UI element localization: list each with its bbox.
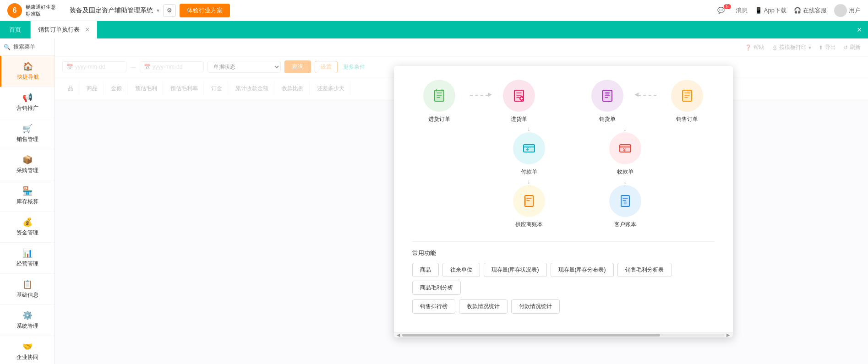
customer-ledger-icon xyxy=(609,185,641,217)
cf-btn-product[interactable]: 商品 xyxy=(412,263,439,277)
content-area: ❓ 帮助 🖨 按模板打印 ▾ ⬆ 导出 ↺ 刷新 📅 yyyy-mm-dd xyxy=(55,38,868,364)
message-icon: 💬 xyxy=(717,7,725,14)
cf-btn-payment-stats[interactable]: 付款情况统计 xyxy=(511,299,560,314)
flow-row-1: 进货订单 进货单 xyxy=(412,80,715,123)
cf-btn-product-margin[interactable]: 商品毛利分析 xyxy=(412,281,461,295)
tab-close-all-button[interactable]: × xyxy=(851,21,868,38)
flow-row-2: ¥ 付款单 ¥ 收款单 xyxy=(412,132,715,176)
cf-buttons-row-1: 商品 往来单位 现存量(库存状况表) 现存量(库存分布表) 销售毛利分析表 商品… xyxy=(412,263,715,295)
sidebar-item-quick-nav[interactable]: 🏠 快捷导航 xyxy=(0,56,55,87)
payment-slip-icon: ¥ xyxy=(513,132,545,164)
cf-btn-receipt-stats[interactable]: 收款情况统计 xyxy=(459,299,508,314)
try-solution-button[interactable]: 体验行业方案 xyxy=(180,4,230,17)
svg-point-23 xyxy=(624,201,627,204)
logo-text: 畅康通好生意 标准版 xyxy=(26,4,56,17)
scroll-left-icon[interactable]: ◀ xyxy=(395,332,402,337)
online-service-button[interactable]: 🎧 在线客服 xyxy=(794,6,827,15)
tab-bar: 首页 销售订单执行表 × × xyxy=(0,21,868,38)
common-functions: 常用功能 商品 往来单位 现存量(库存状况表) 现存量(库存分布表) 销售毛利分… xyxy=(412,241,715,314)
sidebar-item-basic[interactable]: 📋 基础信息 xyxy=(0,274,55,305)
supplier-ledger-icon xyxy=(513,185,545,217)
marketing-icon: 📢 xyxy=(22,92,33,103)
inventory-icon: 🏪 xyxy=(22,186,33,196)
quick-nav-modal: 进货订单 进货单 xyxy=(394,66,733,337)
system-title-area: 装备及固定资产辅助管理系统 ▾ ⚙ 体验行业方案 xyxy=(62,4,717,17)
flow-diagram: 进货订单 进货单 xyxy=(412,80,715,230)
flow-row-3: 供应商账本 客户账本 xyxy=(412,185,715,228)
logo-icon: 6 xyxy=(7,3,22,18)
header-right: 💬 5 消息 📱 App下载 🎧 在线客服 用户 xyxy=(717,4,861,17)
sidebar-item-system[interactable]: ⚙️ 系统管理 xyxy=(0,305,55,336)
cf-btn-counterparty[interactable]: 往来单位 xyxy=(442,263,480,277)
sidebar-item-marketing[interactable]: 📢 营销推广 xyxy=(0,87,55,118)
flow-node-purchase-order[interactable]: 进货订单 xyxy=(412,80,467,123)
scroll-right-icon[interactable]: ▶ xyxy=(725,332,732,337)
system-icon: ⚙️ xyxy=(22,310,33,321)
sidebar-item-operation[interactable]: 📊 经营管理 xyxy=(0,243,55,274)
search-menu-button[interactable]: 🔍 搜索菜单 xyxy=(0,38,55,56)
flow-arrows-row-2: ↓ ↓ xyxy=(412,178,715,185)
tab-current[interactable]: 销售订单执行表 × xyxy=(31,21,97,38)
enterprise-icon: 🤝 xyxy=(22,342,33,352)
tab-close-icon[interactable]: × xyxy=(85,26,89,34)
scrollbar-thumb xyxy=(402,334,660,337)
cf-btn-sales-margin[interactable]: 销售毛利分析表 xyxy=(617,263,671,277)
main-layout: 🔍 搜索菜单 🏠 快捷导航 📢 营销推广 🛒 销售管理 📦 采购管理 🏪 库存核… xyxy=(0,38,868,364)
sale-order-icon xyxy=(671,80,703,112)
sidebar-item-enterprise[interactable]: 🤝 企业协同 xyxy=(0,336,55,364)
svg-rect-7 xyxy=(606,92,609,95)
arrow-down-sale-slip: ↓ xyxy=(595,125,655,132)
sale-slip-icon xyxy=(591,80,623,112)
cf-btn-sales-ranking[interactable]: 销售排行榜 xyxy=(412,299,455,314)
flow-node-sale-order[interactable]: 销售订单 xyxy=(660,80,714,123)
logo-area: 6 畅康通好生意 标准版 xyxy=(7,3,62,18)
gear-button[interactable]: ⚙ xyxy=(163,4,176,17)
tab-home[interactable]: 首页 xyxy=(0,21,31,38)
flow-node-payment-slip[interactable]: ¥ 付款单 xyxy=(499,132,559,176)
tab-spacer xyxy=(97,21,851,38)
search-icon: 🔍 xyxy=(4,44,11,50)
operation-icon: 📊 xyxy=(22,248,33,258)
receipt-slip-icon: ¥ xyxy=(609,132,641,164)
avatar xyxy=(834,4,847,17)
sidebar-item-finance[interactable]: 💰 资金管理 xyxy=(0,212,55,243)
sidebar-item-sales[interactable]: 🛒 销售管理 xyxy=(0,118,55,149)
flow-node-receipt-slip[interactable]: ¥ 收款单 xyxy=(595,132,655,176)
svg-rect-11 xyxy=(524,145,535,152)
arrow-down-payment: ↓ xyxy=(499,178,559,185)
scrollbar-track[interactable] xyxy=(402,334,725,337)
flow-arrows-row: ↓ ↓ xyxy=(412,125,715,132)
cf-btn-stock-status[interactable]: 现存量(库存状况表) xyxy=(484,263,547,277)
purchase-slip-icon xyxy=(503,80,535,112)
user-area[interactable]: 用户 xyxy=(834,4,861,17)
svg-rect-21 xyxy=(621,196,629,206)
sidebar: 🔍 搜索菜单 🏠 快捷导航 📢 营销推广 🛒 销售管理 📦 采购管理 🏪 库存核… xyxy=(0,38,55,364)
sidebar-item-inventory[interactable]: 🏪 库存核算 xyxy=(0,180,55,212)
download-icon: 📱 xyxy=(755,7,762,14)
flow-node-supplier-ledger[interactable]: 供应商账本 xyxy=(499,185,559,228)
cf-btn-stock-dist[interactable]: 现存量(库存分布表) xyxy=(551,263,614,277)
app-download-button[interactable]: 📱 App下载 xyxy=(755,6,786,15)
svg-rect-5 xyxy=(603,90,612,101)
purchase-order-icon xyxy=(423,80,455,112)
flow-node-customer-ledger[interactable]: 客户账本 xyxy=(595,185,655,228)
purchase-icon: 📦 xyxy=(22,155,33,165)
svg-text:¥: ¥ xyxy=(526,147,529,152)
basic-icon: 📋 xyxy=(22,279,33,289)
message-button[interactable]: 💬 5 消息 xyxy=(717,6,748,15)
svg-text:¥: ¥ xyxy=(622,147,626,152)
arrow-purchase-order-to-slip xyxy=(467,95,492,109)
message-badge: 5 xyxy=(724,4,731,9)
finance-icon: 💰 xyxy=(22,217,33,227)
sidebar-item-purchase[interactable]: 📦 采购管理 xyxy=(0,149,55,180)
flow-node-purchase-slip[interactable]: 进货单 xyxy=(492,80,546,123)
svg-rect-18 xyxy=(525,196,533,206)
cf-buttons-row-2: 销售排行榜 收款情况统计 付款情况统计 xyxy=(412,299,715,314)
svg-point-10 xyxy=(687,90,691,94)
svg-rect-20 xyxy=(524,196,526,206)
dropdown-arrow-icon[interactable]: ▾ xyxy=(157,7,159,14)
sales-icon: 🛒 xyxy=(22,124,33,134)
service-icon: 🎧 xyxy=(794,7,801,14)
flow-node-sale-slip[interactable]: 销货单 xyxy=(580,80,634,123)
cf-title: 常用功能 xyxy=(412,249,715,257)
